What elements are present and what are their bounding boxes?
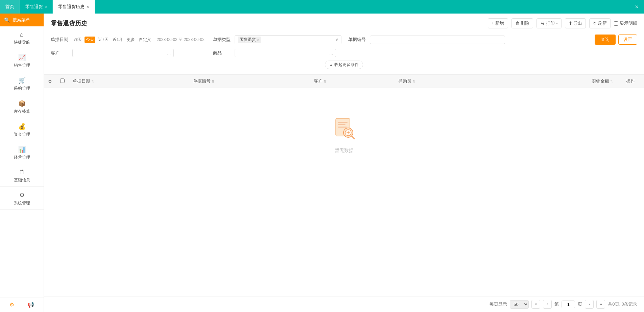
collapse-bar: ▲ 收起更多条件 — [51, 59, 637, 72]
empty-state-cell: 暂无数据 — [44, 88, 644, 181]
tab-retail-return[interactable]: 零售退货 × — [20, 0, 53, 14]
select-all-checkbox[interactable] — [60, 79, 65, 83]
filter-customer-placeholder: ... — [167, 50, 171, 55]
table-header-row: ⚙ 单据日期 ⇅ 单据编号 — [44, 75, 644, 88]
th-voucher-sort[interactable]: 单据编号 ⇅ — [193, 78, 305, 84]
th-guide-sort[interactable]: 导购员 ⇅ — [398, 78, 493, 84]
delete-button[interactable]: 🗑 删除 — [511, 18, 533, 28]
page-input[interactable] — [562, 300, 575, 308]
sidebar-item-sales[interactable]: 📈 销售管理 — [0, 49, 44, 72]
business-icon: 📊 — [18, 146, 26, 153]
th-customer-label: 客户 — [314, 78, 323, 84]
th-guide-label: 导购员 — [398, 78, 411, 84]
speaker-icon[interactable]: 📢 — [27, 302, 34, 308]
th-settings[interactable]: ⚙ — [44, 75, 56, 88]
th-date-label: 单据日期 — [73, 78, 90, 84]
go-to-label: 第 — [554, 301, 559, 307]
new-button-label: + 新增 — [492, 20, 504, 26]
tab-bar: 首页 零售退货 × 零售退货历史 × — [0, 0, 629, 14]
refresh-button-label: ↻ 刷新 — [593, 20, 607, 26]
th-voucher[interactable]: 单据编号 ⇅ — [189, 75, 309, 88]
date-opt-more[interactable]: 更多 — [125, 37, 136, 43]
sidebar-item-quicknav[interactable]: ⌂ 快捷导航 — [0, 26, 44, 49]
th-amount[interactable]: 实销金额 ⇅ — [497, 75, 617, 88]
th-amount-sort[interactable]: 实销金额 ⇅ — [501, 78, 613, 84]
refresh-button[interactable]: ↻ 刷新 — [589, 18, 611, 28]
date-opt-7days[interactable]: 近7天 — [97, 37, 110, 43]
page-total: 共0页, 0条记录 — [608, 301, 637, 307]
th-checkbox[interactable] — [56, 75, 69, 88]
th-customer-sort[interactable]: 客户 ⇅ — [314, 78, 390, 84]
filter-area: 单据日期 昨天 今天 近7天 近1月 更多 自定义 2023-06-02 至 2… — [51, 32, 637, 74]
sort-icon-voucher: ⇅ — [212, 80, 214, 83]
filter-type-dropdown[interactable]: ∨ — [335, 37, 338, 42]
system-icon: ⚙ — [19, 192, 25, 199]
date-opt-yesterday[interactable]: 昨天 — [72, 37, 83, 43]
basic-icon: 🗒 — [19, 169, 25, 176]
filter-goods-input[interactable]: ... — [235, 49, 336, 57]
show-detail-checkbox[interactable] — [614, 21, 618, 26]
prev-page-button[interactable]: ‹ — [543, 300, 552, 309]
tab-retail-return-close[interactable]: × — [45, 5, 47, 9]
th-customer[interactable]: 客户 ⇅ — [310, 75, 394, 88]
export-button-label: ⬆ 导出 — [569, 20, 582, 26]
th-date-sort[interactable]: 单据日期 ⇅ — [73, 78, 185, 84]
page-title: 零售退货历史 — [51, 19, 87, 27]
filter-type-tag-close[interactable]: × — [257, 38, 259, 42]
date-opt-1month[interactable]: 近1月 — [111, 37, 124, 43]
filter-voucher-input[interactable] — [370, 36, 505, 44]
go-to-suffix-label: 页 — [578, 301, 582, 307]
tab-home-label: 首页 — [5, 4, 14, 10]
collapse-button[interactable]: ▲ 收起更多条件 — [325, 61, 363, 69]
sidebar-item-finance[interactable]: 💰 资金管理 — [0, 118, 44, 141]
sidebar-search[interactable]: 🔍 搜索菜单 — [0, 14, 44, 26]
first-page-button[interactable]: « — [531, 300, 540, 309]
print-button[interactable]: 🖨 打印 ▾ — [536, 18, 562, 28]
th-actions: 操作 — [617, 75, 644, 88]
filter-type: 单据类型 零售退货 × ∨ — [213, 35, 341, 44]
filter-customer: 客户 ... — [51, 49, 206, 57]
sidebar-label-finance: 资金管理 — [14, 132, 30, 137]
sidebar-label-sales: 销售管理 — [14, 63, 30, 68]
tab-retail-return-history-close[interactable]: × — [87, 5, 89, 9]
settings-button[interactable]: 设置 — [618, 35, 637, 45]
sidebar-item-inventory[interactable]: 📦 库存核算 — [0, 95, 44, 118]
export-button[interactable]: ⬆ 导出 — [565, 18, 586, 28]
settings-bottom-icon[interactable]: ⚙ — [9, 302, 14, 308]
table-container: ⚙ 单据日期 ⇅ 单据编号 — [44, 75, 644, 296]
page-size-select[interactable]: 20 50 100 — [510, 300, 529, 309]
filter-voucher: 单据编号 — [348, 36, 589, 44]
query-button[interactable]: 查询 — [595, 35, 616, 45]
th-actions-label: 操作 — [626, 79, 635, 84]
sales-icon: 📈 — [18, 54, 26, 61]
last-page-button[interactable]: » — [596, 300, 605, 309]
print-button-label: 🖨 打印 — [540, 20, 555, 26]
sort-icon-date: ⇅ — [91, 80, 94, 83]
filter-type-input[interactable]: 零售退货 × ∨ — [235, 35, 341, 44]
page-size-label: 每页显示 — [490, 301, 507, 307]
sidebar-item-business[interactable]: 📊 经营管理 — [0, 141, 44, 164]
first-page-icon: « — [535, 302, 537, 307]
purchase-icon: 🛒 — [18, 77, 26, 84]
show-detail-checkbox-label: 显示明细 — [614, 20, 637, 26]
sidebar-item-system[interactable]: ⚙ 系统管理 — [0, 187, 44, 210]
page-title-row: 零售退货历史 + 新增 🗑 删除 🖨 打印 ▾ ⬆ 导出 — [51, 18, 637, 28]
window-close-button[interactable]: × — [629, 3, 644, 10]
filter-customer-input[interactable]: ... — [72, 49, 174, 57]
next-page-button[interactable]: › — [585, 300, 594, 309]
sidebar-item-basic[interactable]: 🗒 基础信息 — [0, 164, 44, 187]
sidebar-item-purchase[interactable]: 🛒 采购管理 — [0, 72, 44, 95]
last-page-icon: » — [600, 302, 602, 307]
th-guide[interactable]: 导购员 ⇅ — [394, 75, 497, 88]
tab-retail-return-history[interactable]: 零售退货历史 × — [53, 0, 94, 14]
date-opt-today[interactable]: 今天 — [85, 37, 95, 43]
filter-row-1: 单据日期 昨天 今天 近7天 近1月 更多 自定义 2023-06-02 至 2… — [51, 32, 637, 47]
th-date[interactable]: 单据日期 ⇅ — [69, 75, 189, 88]
filter-goods-placeholder: ... — [329, 50, 333, 55]
date-opt-custom[interactable]: 自定义 — [138, 37, 152, 43]
tab-home[interactable]: 首页 — [0, 0, 20, 14]
empty-state: 暂无数据 — [44, 88, 644, 181]
new-button[interactable]: + 新增 — [488, 18, 508, 28]
print-dropdown-icon: ▾ — [556, 22, 558, 25]
filter-type-tag: 零售退货 × — [238, 37, 261, 43]
